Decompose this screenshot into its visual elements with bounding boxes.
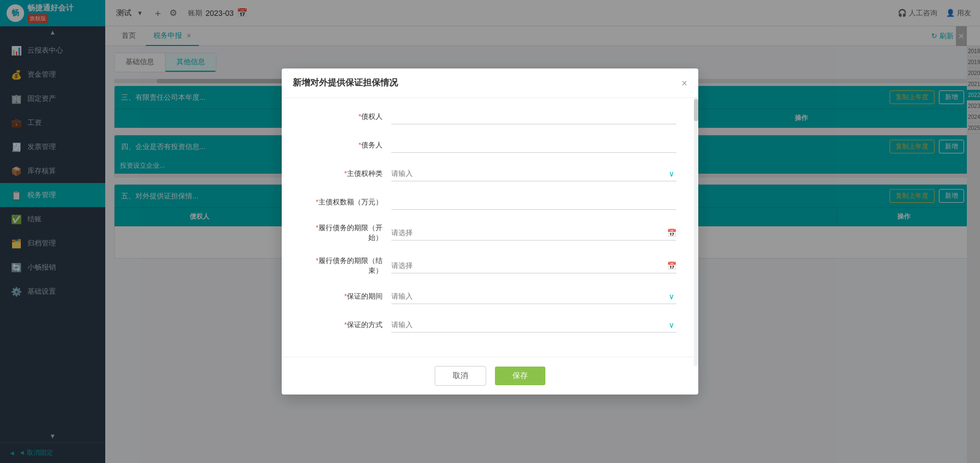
select-claim-type-wrapper: ∨ <box>391 166 676 181</box>
label-guarantee-period: *保证的期间 <box>304 291 391 301</box>
input-claim-amount[interactable] <box>391 195 676 210</box>
save-button[interactable]: 保存 <box>495 367 545 385</box>
field-debtor: *债务人 <box>304 138 676 153</box>
date-end-wrapper: 📅 <box>391 258 676 273</box>
field-period-start: *履行债务的期限（开始） 📅 <box>304 223 676 243</box>
modal-footer: 取消 保存 <box>282 357 698 395</box>
input-debtor[interactable] <box>391 138 676 153</box>
select-guarantee-method-wrapper: ∨ <box>391 317 676 333</box>
modal-overlay[interactable]: 新增对外提供保证担保情况 × *债权人 *债务人 <box>0 0 980 463</box>
cancel-button[interactable]: 取消 <box>435 366 486 386</box>
label-claim-amount: *主债权数额（万元） <box>304 197 391 207</box>
calendar-end-icon[interactable]: 📅 <box>667 261 676 270</box>
modal-title: 新增对外提供保证担保情况 <box>293 77 398 89</box>
claim-type-dropdown-icon[interactable]: ∨ <box>666 169 676 178</box>
date-start-input[interactable] <box>391 225 667 240</box>
field-creditor: *债权人 <box>304 109 676 124</box>
modal-close-button[interactable]: × <box>681 78 687 88</box>
select-guarantee-period[interactable] <box>391 289 666 304</box>
input-creditor[interactable] <box>391 109 676 124</box>
field-guarantee-method: *保证的方式 ∨ <box>304 317 676 333</box>
label-guarantee-method: *保证的方式 <box>304 320 391 330</box>
select-guarantee-method[interactable] <box>391 317 666 332</box>
label-creditor: *债权人 <box>304 112 391 122</box>
field-claim-amount: *主债权数额（万元） <box>304 195 676 210</box>
guarantee-period-dropdown-icon[interactable]: ∨ <box>666 292 676 301</box>
select-claim-type[interactable] <box>391 166 666 181</box>
date-end-input[interactable] <box>391 258 667 273</box>
field-period-end: *履行债务的期限（结束） 📅 <box>304 256 676 276</box>
label-period-end: *履行债务的期限（结束） <box>304 256 391 276</box>
label-claim-type: *主债权种类 <box>304 169 391 179</box>
field-guarantee-period: *保证的期间 ∨ <box>304 289 676 304</box>
date-start-wrapper: 📅 <box>391 225 676 241</box>
modal-body: *债权人 *债务人 *主债权种类 ∨ <box>282 98 698 357</box>
label-debtor: *债务人 <box>304 140 391 150</box>
modal-dialog: 新增对外提供保证担保情况 × *债权人 *债务人 <box>282 68 698 395</box>
select-guarantee-period-wrapper: ∨ <box>391 289 676 304</box>
field-claim-type: *主债权种类 ∨ <box>304 166 676 181</box>
modal-scrollbar-track <box>694 97 698 366</box>
modal-header: 新增对外提供保证担保情况 × <box>282 68 698 98</box>
label-period-start: *履行债务的期限（开始） <box>304 223 391 243</box>
modal-scrollbar-thumb <box>694 99 698 121</box>
guarantee-method-dropdown-icon[interactable]: ∨ <box>666 321 676 329</box>
calendar-start-icon[interactable]: 📅 <box>667 228 676 237</box>
